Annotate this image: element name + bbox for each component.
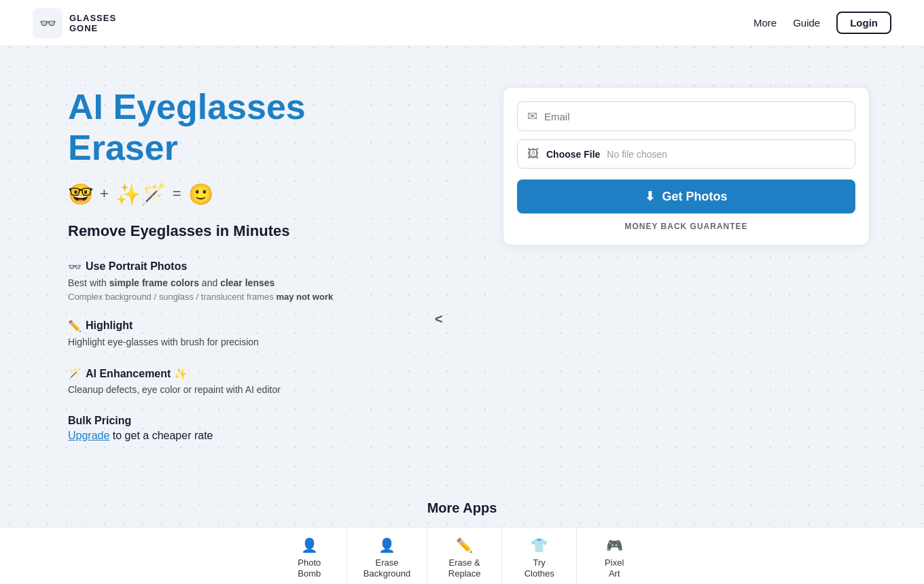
- app-card-try-clothes[interactable]: 👕 TryClothes: [502, 528, 577, 584]
- feature-portrait-note: Complex background / sunglass / transluc…: [68, 292, 462, 302]
- erase-replace-icon: ✏️: [456, 537, 473, 553]
- feature-highlight-desc: Highlight eye-glasses with brush for pre…: [68, 335, 462, 349]
- bulk-pricing: Bulk Pricing Upgrade to get a cheaper ra…: [68, 415, 462, 442]
- tagline: Remove Eyeglasses in Minutes: [68, 222, 462, 240]
- bulk-pricing-desc: Upgrade to get a cheaper rate: [68, 430, 462, 442]
- erase-background-icon: 👤: [378, 537, 395, 553]
- feature-portrait-desc: Best with simple frame colors and clear …: [68, 276, 462, 290]
- app-card-erase-background[interactable]: 👤 EraseBackground: [347, 528, 427, 584]
- photo-bomb-label: PhotoBomb: [298, 557, 321, 581]
- pixel-art-label: PixelArt: [605, 557, 624, 581]
- choose-file-button[interactable]: Choose File: [546, 149, 600, 160]
- collapse-arrow[interactable]: <: [435, 311, 443, 327]
- hero-title: AI Eyeglasses Eraser: [68, 87, 462, 169]
- image-icon: 🖼: [527, 147, 539, 161]
- smile-emoji: 🙂: [188, 182, 213, 206]
- get-photos-button[interactable]: ⬇ Get Photos: [517, 179, 855, 213]
- nav-guide[interactable]: Guide: [793, 17, 820, 29]
- download-icon: ⬇: [645, 189, 655, 204]
- logo-text: GLASSES GONE: [69, 13, 116, 33]
- bulk-pricing-title: Bulk Pricing: [68, 415, 462, 427]
- login-button[interactable]: Login: [836, 12, 891, 34]
- feature-highlight: ✏️ Highlight Highlight eye-glasses with …: [68, 320, 462, 349]
- more-apps-section: More Apps 👤 PhotoBomb 👤 EraseBackground …: [0, 487, 924, 584]
- try-clothes-label: TryClothes: [525, 557, 554, 581]
- app-card-pixel-art[interactable]: 🎮 PixelArt: [577, 528, 652, 584]
- right-column: ✉ 🖼 Choose File No file chosen ⬇ Get Pho…: [503, 87, 870, 460]
- feature-portrait: 👓 Use Portrait Photos Best with simple f…: [68, 260, 462, 302]
- emoji-row: 🤓 + ✨🪄 = 🙂: [68, 182, 462, 206]
- logo-icon: 👓: [33, 8, 63, 38]
- feature-ai-desc: Cleanup defects, eye color or repaint wi…: [68, 383, 462, 397]
- form-card: ✉ 🖼 Choose File No file chosen ⬇ Get Pho…: [503, 87, 870, 245]
- logo[interactable]: 👓 GLASSES GONE: [33, 8, 116, 38]
- pixel-art-icon: 🎮: [606, 537, 623, 553]
- magic-emoji: ✨🪄: [116, 182, 166, 206]
- main-content: AI Eyeglasses Eraser 🤓 + ✨🪄 = 🙂 Remove E…: [0, 46, 924, 487]
- erase-replace-label: Erase &Replace: [448, 557, 481, 581]
- app-cards-row: 👤 PhotoBomb 👤 EraseBackground ✏️ Erase &…: [0, 527, 924, 584]
- upgrade-link[interactable]: Upgrade: [68, 430, 109, 441]
- photo-bomb-icon: 👤: [301, 537, 318, 553]
- money-back-guarantee: MONEY BACK GUARANTEE: [517, 222, 855, 231]
- equals-operator: =: [173, 185, 181, 203]
- logo-subtitle: GONE: [69, 23, 116, 33]
- bulk-pricing-text: to get a cheaper rate: [113, 430, 213, 441]
- more-apps-title: More Apps: [0, 500, 924, 516]
- main-nav: More Guide Login: [753, 12, 891, 34]
- email-input[interactable]: [544, 111, 845, 122]
- nav-more[interactable]: More: [753, 17, 777, 29]
- file-input-wrap: 🖼 Choose File No file chosen: [517, 139, 855, 169]
- try-clothes-icon: 👕: [531, 537, 548, 553]
- feature-ai: 🪄 AI Enhancement ✨ Cleanup defects, eye …: [68, 367, 462, 397]
- no-file-text: No file chosen: [607, 149, 667, 160]
- app-card-photo-bomb[interactable]: 👤 PhotoBomb: [272, 528, 347, 584]
- app-card-erase-replace[interactable]: ✏️ Erase &Replace: [427, 528, 502, 584]
- feature-ai-title: 🪄 AI Enhancement ✨: [68, 367, 462, 380]
- email-input-wrap: ✉: [517, 101, 855, 131]
- feature-portrait-title: 👓 Use Portrait Photos: [68, 260, 462, 273]
- logo-title: GLASSES: [69, 13, 116, 23]
- feature-highlight-title: ✏️ Highlight: [68, 320, 462, 332]
- plus-operator: +: [100, 185, 109, 203]
- get-photos-label: Get Photos: [662, 190, 727, 204]
- mail-icon: ✉: [527, 109, 537, 124]
- left-column: AI Eyeglasses Eraser 🤓 + ✨🪄 = 🙂 Remove E…: [68, 87, 462, 460]
- erase-background-label: EraseBackground: [363, 557, 410, 581]
- nerd-emoji: 🤓: [68, 182, 93, 206]
